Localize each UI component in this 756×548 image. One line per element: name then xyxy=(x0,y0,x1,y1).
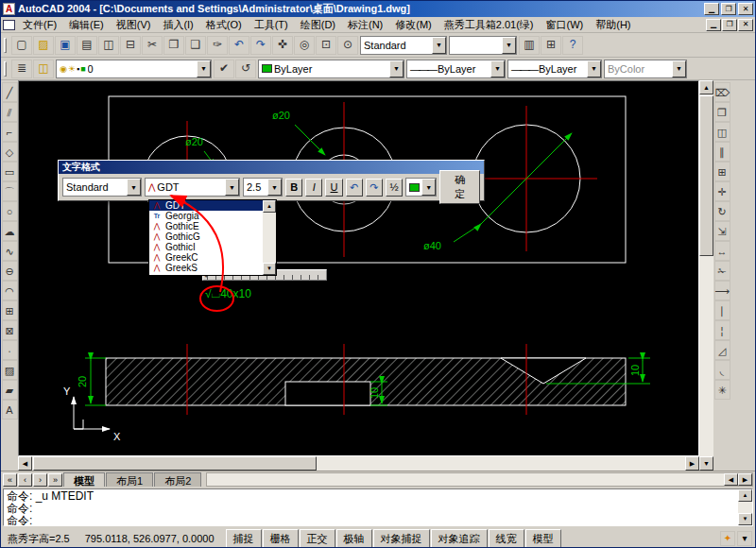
copy-object-icon[interactable]: ❐ xyxy=(714,102,730,122)
otrack-toggle[interactable]: 对象追踪 xyxy=(431,529,488,548)
mtext-icon[interactable]: A xyxy=(2,400,18,420)
scroll-right-icon[interactable]: ▶ xyxy=(738,473,752,486)
stretch-icon[interactable]: ↔ xyxy=(714,241,730,261)
cut-icon[interactable]: ✂ xyxy=(142,36,163,55)
tab-next-button[interactable]: › xyxy=(33,473,47,487)
tab-first-button[interactable]: « xyxy=(3,473,17,487)
font-list-scrollbar[interactable]: ▲ ▼ xyxy=(263,200,276,275)
scroll-up-icon[interactable]: ▲ xyxy=(738,489,752,502)
osnap-toggle[interactable]: 对象捕捉 xyxy=(373,529,430,548)
explode-icon[interactable]: ✳ xyxy=(714,380,730,400)
hatch-icon[interactable]: ▨ xyxy=(2,360,18,380)
copy-icon[interactable]: ❐ xyxy=(163,36,184,55)
minimize-button[interactable]: ▁ xyxy=(704,3,719,15)
dialog-title-bar[interactable]: 文字格式 xyxy=(59,161,484,174)
child-close-button[interactable]: ✕ xyxy=(738,19,753,31)
tab-layout1[interactable]: 布局1 xyxy=(106,472,153,487)
layer-previous-icon[interactable]: ↺ xyxy=(235,60,256,78)
menu-item[interactable]: 插入(I) xyxy=(157,17,198,33)
scroll-left-icon[interactable]: ◀ xyxy=(18,456,32,471)
horizontal-scroll-thumb[interactable] xyxy=(33,456,317,471)
paste-icon[interactable]: ❑ xyxy=(185,36,206,55)
lineweight-toggle[interactable]: 线宽 xyxy=(489,529,524,548)
trim-icon[interactable]: ✁ xyxy=(714,261,730,281)
revcloud-icon[interactable]: ☁ xyxy=(2,221,18,241)
layer-properties-icon[interactable]: ≣ xyxy=(11,60,32,78)
ortho-toggle[interactable]: 正交 xyxy=(300,529,335,548)
match-properties-icon[interactable]: ✑ xyxy=(207,36,228,55)
close-button[interactable]: ✕ xyxy=(738,3,753,15)
dialog-style-combo[interactable]: Standard ▼ xyxy=(62,178,142,197)
ellipse-icon[interactable]: ⊖ xyxy=(2,261,18,281)
move-icon[interactable]: ✛ xyxy=(714,181,730,201)
help-icon[interactable]: ? xyxy=(562,36,583,55)
tab-scrollbar[interactable]: ◀ ▶ xyxy=(206,472,753,487)
arc-icon[interactable]: ⌒ xyxy=(2,181,18,201)
extend-icon[interactable]: ⟶ xyxy=(714,281,730,300)
properties-icon[interactable]: ▥ xyxy=(519,36,540,55)
tray-arrow-icon[interactable]: ▾ xyxy=(737,531,752,546)
erase-icon[interactable]: ⌦ xyxy=(714,82,730,102)
command-input-area[interactable]: ▲ ▼ 命令: _u MTEDIT命令:命令: xyxy=(3,488,753,526)
menu-item[interactable]: 文件(F) xyxy=(17,17,62,33)
scroll-left-icon[interactable]: ◀ xyxy=(724,473,738,486)
scroll-down-icon[interactable]: ▼ xyxy=(263,263,276,275)
break-icon[interactable]: ¦ xyxy=(714,320,730,340)
drawing-viewport[interactable]: ø20 ø20 ø40 20 10 10 xyxy=(18,80,699,456)
dim-style-combo[interactable]: ▼ xyxy=(449,36,517,55)
mirror-icon[interactable]: ◫ xyxy=(714,122,730,142)
zoom-realtime-icon[interactable]: ◎ xyxy=(294,36,315,55)
designcenter-icon[interactable]: ⊞ xyxy=(541,36,561,55)
tab-last-button[interactable]: » xyxy=(48,473,62,487)
menu-item[interactable]: 绘图(D) xyxy=(295,17,341,33)
pan-icon[interactable]: ✜ xyxy=(272,36,293,55)
new-icon[interactable]: ▢ xyxy=(11,36,32,55)
layers-icon[interactable]: ◫ xyxy=(33,60,54,78)
ok-button[interactable]: 确定 xyxy=(439,170,480,204)
scroll-up-icon[interactable]: ▲ xyxy=(699,80,713,94)
line-icon[interactable]: ╱ xyxy=(2,82,18,102)
open-icon[interactable]: ▨ xyxy=(33,36,54,55)
dialog-color-combo[interactable]: ▼ xyxy=(405,178,437,197)
zoom-previous-icon[interactable]: ⊙ xyxy=(337,36,358,55)
scroll-right-icon[interactable]: ▶ xyxy=(685,456,699,471)
point-icon[interactable]: ∙ xyxy=(2,340,18,360)
publish-icon[interactable]: ⊟ xyxy=(120,36,141,55)
scroll-down-icon[interactable]: ▼ xyxy=(699,456,713,471)
vertical-scrollbar[interactable]: ▲ ▼ xyxy=(699,80,713,471)
menu-item[interactable]: 窗口(W) xyxy=(541,17,590,33)
spline-icon[interactable]: ∿ xyxy=(2,241,18,261)
stack-button[interactable]: ½ xyxy=(386,179,403,197)
ellipse-arc-icon[interactable]: ◠ xyxy=(2,281,18,300)
menu-item[interactable]: 帮助(H) xyxy=(590,17,636,33)
menu-item[interactable]: 修改(M) xyxy=(389,17,438,33)
undo-button[interactable]: ↶ xyxy=(346,179,363,197)
construction-line-icon[interactable]: ⫽ xyxy=(2,102,18,122)
scroll-up-icon[interactable]: ▲ xyxy=(263,200,276,213)
fillet-icon[interactable]: ◟ xyxy=(714,360,730,380)
insert-block-icon[interactable]: ⊞ xyxy=(2,300,18,320)
polyline-icon[interactable]: ⌐ xyxy=(2,122,18,142)
rotate-icon[interactable]: ↻ xyxy=(714,201,730,221)
toolbar-grip[interactable] xyxy=(4,38,7,53)
make-block-icon[interactable]: ⊠ xyxy=(2,320,18,340)
plot-icon[interactable]: ▤ xyxy=(77,36,97,55)
bold-button[interactable]: B xyxy=(285,179,302,197)
polygon-icon[interactable]: ◇ xyxy=(2,142,18,162)
menu-item[interactable]: 格式(O) xyxy=(200,17,248,33)
polar-toggle[interactable]: 极轴 xyxy=(336,529,372,548)
child-minimize-button[interactable]: ▁ xyxy=(706,19,721,31)
layer-combo[interactable]: ◉☀▪■ 0 ▼ xyxy=(56,60,212,78)
region-icon[interactable]: ▰ xyxy=(2,380,18,400)
plot-preview-icon[interactable]: ◫ xyxy=(98,36,119,55)
redo-button[interactable]: ↷ xyxy=(366,179,383,197)
horizontal-scrollbar[interactable]: ◀ ▶ xyxy=(18,456,699,471)
child-restore-button[interactable]: ❐ xyxy=(722,19,737,31)
menu-item[interactable]: 燕秀工具箱2.01(绿) xyxy=(438,17,540,33)
color-combo[interactable]: ByLayer ▼ xyxy=(258,60,404,78)
rectangle-icon[interactable]: ▭ xyxy=(2,162,18,181)
grid-toggle[interactable]: 栅格 xyxy=(263,529,299,548)
menu-item[interactable]: 视图(V) xyxy=(111,17,157,33)
undo-icon[interactable]: ↶ xyxy=(229,36,249,55)
scroll-down-icon[interactable]: ▼ xyxy=(738,513,752,525)
